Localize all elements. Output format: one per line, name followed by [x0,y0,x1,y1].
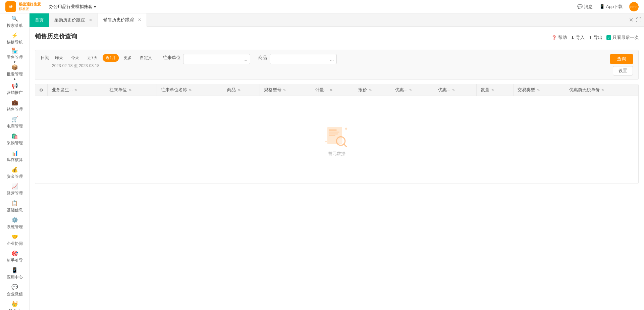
counterpart-input-wrap[interactable]: ... [183,54,250,64]
th-goods[interactable]: 商品 ⇅ [223,84,260,96]
th-qty[interactable]: 数量 ⇅ [477,84,514,96]
top-bar-right: 💬 消息 📱 App下载 demo2 [577,2,639,11]
close-tab-action[interactable]: ✕ [629,17,633,23]
checkbox-icon: ✓ [606,35,611,40]
tab-close-sales[interactable]: ✕ [138,17,141,22]
sidebar-item-app-center[interactable]: 📱 应用中心 [0,265,29,282]
sidebar-item-marketing[interactable]: 📢 营销推广 [0,81,29,97]
sort-icon: ⇅ [537,88,540,92]
date-btn-yesterday[interactable]: 昨天 [52,54,66,62]
maximize-action[interactable]: ⛶ [636,17,641,23]
app-download-button[interactable]: 📱 App下载 [599,4,623,10]
sidebar-item-purchase[interactable]: 🛍️ 采购管理 [0,131,29,148]
download-icon: 📱 [599,4,605,9]
money-icon: 💰 [11,166,18,173]
th-biz-date[interactable]: 业务发生... ⇅ [48,84,105,96]
sidebar-item-newbie[interactable]: 🎯 新手引导 [0,248,29,265]
sidebar-item-enterprise[interactable]: 🤝 企业协同 [0,231,29,248]
sidebar-item-ecommerce[interactable]: 🛒 电商管理 [0,114,29,131]
goods-dots[interactable]: ... [330,56,334,62]
sidebar-item-quick-nav[interactable]: ⚡ 快捷导航 [0,30,29,47]
counterpart-input[interactable] [186,57,243,62]
export-button[interactable]: ⬆ 导出 [589,35,602,41]
sidebar-item-finance[interactable]: 💰 资金管理 [0,164,29,181]
chart-icon: 📊 [11,150,18,156]
th-trade-type[interactable]: 交易类型 ⇅ [513,84,565,96]
sidebar-item-wholesale-mgmt[interactable]: 📦 批发管理 ▲ [0,64,29,81]
tab-purchase-history[interactable]: 采购历史价跟踪 ✕ [49,13,98,27]
package-icon: 📦 [11,64,18,70]
sort-icon: ⇅ [129,88,131,92]
tab-close-purchase[interactable]: ✕ [89,18,92,22]
clipboard-icon: 📋 [11,200,18,206]
th-counterpart-name[interactable]: 往来单位名称 ⇅ [157,84,223,96]
message-icon: 💬 [577,4,583,9]
tab-bar: 首页 采购历史价跟踪 ✕ 销售历史价跟踪 ✕ ✕ ⛶ [30,13,644,27]
help-icon: ❓ [551,35,557,40]
sidebar-item-system[interactable]: ⚙️ 系统管理 [0,215,29,231]
wechat-icon: 💬 [11,284,18,290]
set-button[interactable]: 设置 [613,66,633,75]
sort-icon: ⇅ [491,88,494,92]
chevron-up-icon: ▲ [13,77,16,81]
th-gear[interactable]: ⚙ [35,84,48,96]
date-btn-1month[interactable]: 近1月 [103,54,119,62]
message-button[interactable]: 💬 消息 [577,4,593,10]
help-button[interactable]: ❓ 帮助 [551,35,567,41]
svg-line-7 [344,144,346,147]
date-btn-today[interactable]: 今天 [68,54,82,62]
th-no-tax-price[interactable]: 优惠前无税单价 ⇅ [565,84,638,96]
avatar[interactable]: demo2 [629,2,639,11]
gear-icon: ⚙️ [11,217,18,223]
date-btn-more[interactable]: 更多 [121,54,135,62]
goods-input-wrap[interactable]: ... [270,54,337,64]
sort-icon: ⇅ [330,88,332,92]
date-btn-7days[interactable]: 近7天 [84,54,101,62]
th-quote[interactable]: 报价 ⇅ [354,84,391,96]
app-selector[interactable]: 办公用品行业模拟账套 ▾ [49,4,96,10]
sidebar-item-operations[interactable]: 📈 经营管理 [0,181,29,198]
counterpart-filter: 往来单位 ... [163,54,250,64]
top-actions: ❓ 帮助 ⬇ 导入 ⬆ 导出 ✓ 只看最后一次 [551,35,639,41]
handshake-icon: 🤝 [11,234,18,240]
sort-icon: ⇅ [452,88,455,92]
top-bar: 好 畅捷通好生意 标准版 办公用品行业模拟账套 ▾ 💬 消息 📱 App下载 d… [0,0,644,13]
goods-filter: 商品 ... [258,54,337,64]
filter-dates: 昨天 今天 近7天 近1月 更多 自定义 2023-02-18 至 2023-0… [52,54,155,69]
settings-icon: ⚙ [39,88,43,93]
import-button[interactable]: ⬇ 导入 [571,35,585,41]
import-icon: ⬇ [571,35,575,40]
page-content: 销售历史价查询 ❓ 帮助 ⬇ 导入 ⬆ 导出 ✓ [30,27,644,310]
date-options: 昨天 今天 近7天 近1月 更多 自定义 [52,54,155,62]
th-unit[interactable]: 计量... ⇅ [311,84,354,96]
sidebar-item-sales-mgmt[interactable]: 💼 销售管理 [0,97,29,114]
svg-rect-1 [329,130,337,131]
sidebar-item-search-menu[interactable]: 🔍 搜索菜单 [0,13,29,30]
tab-sales-history[interactable]: 销售历史价跟踪 ✕ [98,13,147,27]
tab-home[interactable]: 首页 [30,13,49,27]
svg-point-9 [325,141,327,143]
briefcase-icon: 💼 [11,99,18,106]
content-area: 首页 采购历史价跟踪 ✕ 销售历史价跟踪 ✕ ✕ ⛶ 销售历史价查询 [30,13,644,310]
date-btn-custom[interactable]: 自定义 [137,54,155,62]
counterpart-dots[interactable]: ... [244,56,248,62]
sort-icon: ⇅ [238,88,240,92]
svg-rect-4 [329,136,335,136]
sidebar-item-wechat[interactable]: 💬 企业微信 [0,282,29,299]
query-button[interactable]: 查询 [610,54,633,64]
main-layout: 🔍 搜索菜单 ⚡ 快捷导航 🏪 零售管理 ▼ 📦 批发管理 ▲ 📢 营销推广 💼… [0,13,644,310]
sort-icon: ⇅ [74,88,77,92]
th-discount1[interactable]: 优惠... ⇅ [391,84,434,96]
th-spec[interactable]: 规格型号 ⇅ [260,84,311,96]
sidebar-item-basic-info[interactable]: 📋 基础信息 [0,198,29,215]
sidebar-item-retail-mgmt[interactable]: 🏪 零售管理 ▼ [0,47,29,64]
th-discount2[interactable]: 优惠... ⇅ [434,84,477,96]
search-icon: 🔍 [11,15,18,22]
sidebar-item-inventory[interactable]: 📊 库存核算 [0,148,29,164]
th-counterpart-code[interactable]: 往来单位 ⇅ [105,84,157,96]
cart-icon: 🛒 [11,116,18,122]
only-last-toggle[interactable]: ✓ 只看最后一次 [606,35,639,41]
empty-state: 暂元数据 [35,96,638,184]
goods-input[interactable] [273,57,330,62]
sidebar-item-member[interactable]: 👑 畅会员 [0,299,29,310]
